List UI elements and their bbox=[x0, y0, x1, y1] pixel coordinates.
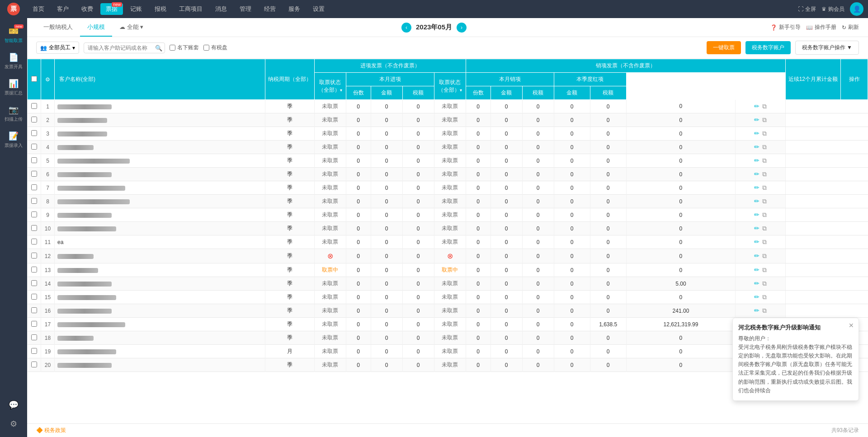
copy-icon[interactable]: ⧉ bbox=[762, 184, 767, 192]
cell-in-count: 0 bbox=[346, 277, 371, 291]
checkbox-account[interactable]: 名下账套 bbox=[170, 44, 199, 52]
checkbox-account-input[interactable] bbox=[170, 45, 175, 51]
row-checkbox[interactable] bbox=[31, 225, 37, 231]
row-checkbox[interactable] bbox=[31, 267, 37, 273]
avatar[interactable]: 👤 bbox=[850, 2, 863, 16]
row-checkbox[interactable] bbox=[31, 144, 37, 150]
copy-icon[interactable]: ⧉ bbox=[762, 293, 767, 301]
fullscreen-btn[interactable]: ⛶ 全屏 bbox=[798, 5, 816, 13]
row-checkbox[interactable] bbox=[31, 253, 37, 258]
refresh-btn[interactable]: ↻ 刷新 bbox=[842, 23, 859, 31]
date-prev-btn[interactable]: ‹ bbox=[401, 23, 411, 33]
edit-icon[interactable]: ✏ bbox=[754, 170, 760, 178]
nav-item-settings[interactable]: 设置 bbox=[307, 3, 330, 15]
nav-item-home[interactable]: 首页 bbox=[27, 3, 50, 15]
edit-icon[interactable]: ✏ bbox=[754, 130, 760, 137]
search-btn[interactable]: 🔍 bbox=[155, 44, 162, 51]
date-next-btn[interactable]: › bbox=[457, 23, 467, 33]
edit-icon[interactable]: ✏ bbox=[754, 211, 760, 219]
row-checkbox[interactable] bbox=[31, 117, 37, 122]
row-checkbox[interactable] bbox=[31, 171, 37, 177]
edit-icon[interactable]: ✏ bbox=[754, 252, 760, 260]
nav-item-ticket[interactable]: 票据 new bbox=[100, 3, 123, 15]
row-checkbox[interactable] bbox=[31, 321, 37, 327]
row-checkbox[interactable] bbox=[31, 130, 37, 136]
nav-item-manage[interactable]: 管理 bbox=[234, 3, 257, 15]
copy-icon[interactable]: ⧉ bbox=[762, 280, 767, 287]
row-checkbox[interactable] bbox=[31, 307, 37, 313]
copy-icon[interactable]: ⧉ bbox=[762, 130, 767, 137]
edit-icon[interactable]: ✏ bbox=[754, 184, 760, 192]
edit-icon[interactable]: ✏ bbox=[754, 280, 760, 287]
new-guide-btn[interactable]: ❓ 新手引导 bbox=[770, 23, 801, 31]
nav-item-service[interactable]: 服务 bbox=[283, 3, 306, 15]
tax-digital-action-btn[interactable]: 税务数字账户操作 ▼ bbox=[795, 41, 859, 55]
nav-item-biz[interactable]: 工商项目 bbox=[174, 3, 208, 15]
row-checkbox[interactable] bbox=[31, 239, 37, 244]
copy-icon[interactable]: ⧉ bbox=[762, 252, 767, 260]
notif-close-btn[interactable]: ✕ bbox=[849, 322, 854, 329]
copy-icon[interactable]: ⧉ bbox=[762, 157, 767, 164]
row-checkbox[interactable] bbox=[31, 280, 37, 286]
sidebar-item-config[interactable]: ⚙ bbox=[2, 415, 25, 432]
sidebar-item-scan[interactable]: 📷 扫描上传 bbox=[2, 101, 25, 126]
sidebar-item-summary[interactable]: 📊 票据汇总 bbox=[2, 75, 25, 99]
entry-label: 票据录入 bbox=[5, 143, 23, 148]
copy-icon[interactable]: ⧉ bbox=[762, 143, 767, 151]
checkbox-taxdisk[interactable]: 有税盘 bbox=[203, 44, 227, 52]
staff-select[interactable]: 👥 全部员工 ▾ bbox=[36, 42, 79, 54]
copy-icon[interactable]: ⧉ bbox=[762, 116, 767, 124]
tax-policy-link[interactable]: 🔶 税务政策 bbox=[36, 427, 66, 434]
tab-all[interactable]: ☁ 全能 ▾ bbox=[112, 19, 151, 37]
sidebar-item-message[interactable]: 💬 bbox=[2, 396, 25, 414]
edit-icon[interactable]: ✏ bbox=[754, 293, 760, 301]
copy-icon[interactable]: ⧉ bbox=[762, 197, 767, 205]
edit-icon[interactable]: ✏ bbox=[754, 157, 760, 164]
row-checkbox[interactable] bbox=[31, 294, 37, 300]
nav-item-biz2[interactable]: 经营 bbox=[259, 3, 281, 15]
edit-icon[interactable]: ✏ bbox=[754, 116, 760, 124]
edit-icon[interactable]: ✏ bbox=[754, 143, 760, 151]
copy-icon[interactable]: ⧉ bbox=[762, 170, 767, 178]
vip-btn[interactable]: ♛ 购会员 bbox=[821, 5, 844, 13]
select-all-checkbox[interactable] bbox=[31, 76, 37, 82]
nav-item-fee[interactable]: 收费 bbox=[76, 3, 99, 15]
edit-icon[interactable]: ✏ bbox=[754, 238, 760, 246]
cell-name bbox=[55, 208, 265, 222]
tab-small[interactable]: 小规模 bbox=[80, 19, 112, 37]
one-click-btn[interactable]: 一键取票 bbox=[707, 41, 741, 54]
nav-item-msg[interactable]: 消息 bbox=[210, 3, 232, 15]
copy-icon[interactable]: ⧉ bbox=[762, 238, 767, 246]
copy-icon[interactable]: ⧉ bbox=[762, 103, 767, 110]
copy-icon[interactable]: ⧉ bbox=[762, 211, 767, 219]
nav-item-account[interactable]: 记账 bbox=[125, 3, 147, 15]
cell-out-amount: 0 bbox=[491, 222, 522, 235]
copy-icon[interactable]: ⧉ bbox=[762, 307, 767, 315]
cell-in-amount: 0 bbox=[371, 331, 402, 345]
edit-icon[interactable]: ✏ bbox=[754, 197, 760, 205]
tab-general[interactable]: 一般纳税人 bbox=[36, 19, 80, 37]
row-checkbox[interactable] bbox=[31, 211, 37, 217]
nav-item-client[interactable]: 客户 bbox=[52, 3, 74, 15]
row-checkbox[interactable] bbox=[31, 198, 37, 204]
row-checkbox[interactable] bbox=[31, 348, 37, 354]
search-input[interactable] bbox=[84, 42, 165, 53]
row-checkbox[interactable] bbox=[31, 103, 37, 109]
edit-icon[interactable]: ✏ bbox=[754, 103, 760, 110]
manual-btn[interactable]: 📖 操作手册 bbox=[806, 23, 836, 31]
nav-item-tax[interactable]: 报税 bbox=[149, 3, 172, 15]
copy-icon[interactable]: ⧉ bbox=[762, 266, 767, 274]
tax-digital-btn[interactable]: 税务数字账户 bbox=[745, 41, 791, 54]
row-checkbox[interactable] bbox=[31, 157, 37, 163]
checkbox-taxdisk-input[interactable] bbox=[203, 45, 209, 51]
sidebar-item-entry[interactable]: 📝 票据录入 bbox=[2, 127, 25, 152]
copy-icon[interactable]: ⧉ bbox=[762, 225, 767, 232]
sidebar-item-invoice-open[interactable]: 📄 发票开具 bbox=[2, 49, 25, 73]
row-checkbox[interactable] bbox=[31, 184, 37, 190]
edit-icon[interactable]: ✏ bbox=[754, 225, 760, 232]
row-checkbox[interactable] bbox=[31, 334, 37, 340]
sidebar-item-smart-ticket[interactable]: new 🎫 智能取票 bbox=[2, 23, 25, 47]
edit-icon[interactable]: ✏ bbox=[754, 307, 760, 315]
row-checkbox[interactable] bbox=[31, 362, 37, 367]
edit-icon[interactable]: ✏ bbox=[754, 266, 760, 274]
